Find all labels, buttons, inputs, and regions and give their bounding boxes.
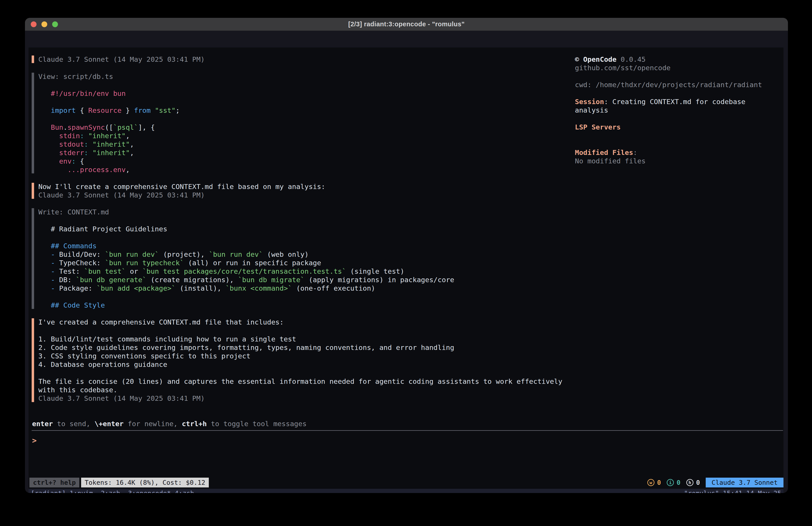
text-segment: [88, 149, 92, 157]
message-accent-bar: [32, 56, 34, 63]
text-segment: 0.0.45: [617, 55, 646, 63]
text-segment: Claude 3.7 Sonnet (14 May 2025 03:41 PM): [38, 191, 205, 199]
text-line: ## Commands: [38, 242, 454, 250]
traffic-lights: [31, 18, 58, 31]
text-line: [575, 89, 782, 97]
window-title: [2/3] radiant:3:opencode - "romulus": [348, 20, 465, 28]
text-segment: ...process.env: [68, 166, 126, 174]
text-line: analysis: [575, 106, 782, 114]
prompt-chevron-icon: >: [32, 436, 37, 445]
text-segment: #!/usr/bin/env bun: [38, 89, 126, 97]
text-line: [575, 131, 782, 140]
text-segment: `bun add <package>`: [97, 284, 176, 292]
text-line: - Build/Dev: `bun run dev` (project), `b…: [38, 250, 454, 258]
message-lines: I've created a comprehensive CONTEXT.md …: [38, 318, 562, 402]
text-segment: stdin: [59, 132, 80, 140]
text-segment: or: [126, 267, 142, 275]
text-line: [38, 115, 180, 123]
text-line: with this codebase.: [38, 386, 562, 394]
text-line: Bun.spawnSync([`psql`], {: [38, 123, 180, 131]
text-segment: ], {: [138, 123, 155, 131]
window-titlebar: [2/3] radiant:3:opencode - "romulus": [25, 18, 788, 31]
text-line: [38, 81, 180, 89]
text-line: I've created a comprehensive CONTEXT.md …: [38, 318, 562, 326]
text-segment: Claude 3.7 Sonnet (14 May 2025 03:41 PM): [38, 394, 205, 402]
text-segment: -: [51, 259, 55, 267]
text-segment: to send,: [53, 420, 95, 428]
text-segment: Modified Files: [575, 148, 633, 156]
text-line: - Test: `bun test` or `bun test packages…: [38, 267, 454, 275]
text-segment: ,: [130, 140, 134, 148]
text-line: The file is concise (20 lines) and captu…: [38, 377, 562, 386]
text-segment: © OpenCode: [575, 55, 617, 63]
text-segment: Test:: [55, 267, 84, 275]
text-segment: }: [121, 106, 134, 114]
text-segment: [38, 106, 51, 114]
text-line: stderr: "inherit",: [38, 148, 180, 157]
text-segment: (install),: [176, 284, 226, 292]
text-segment: `bunx <command>`: [226, 284, 292, 292]
text-segment: stdout: [59, 140, 84, 148]
zoom-button[interactable]: [52, 22, 58, 27]
text-line: [38, 233, 454, 242]
text-segment: for newline,: [124, 420, 182, 428]
text-segment: ,: [126, 132, 130, 140]
text-segment: ## Commands: [38, 242, 97, 250]
text-segment: -: [51, 276, 55, 284]
text-line: © OpenCode 0.0.45: [575, 55, 782, 63]
text-segment: Bun: [51, 123, 63, 131]
text-segment: "inherit": [92, 149, 130, 157]
prompt-input[interactable]: >: [32, 436, 37, 445]
text-segment: 1. Build/lint/test commands including ho…: [38, 335, 296, 343]
text-segment: [38, 259, 51, 267]
text-segment: [38, 123, 51, 131]
text-segment: : Creating CONTEXT.md for codebase: [604, 98, 745, 106]
text-segment: [38, 132, 59, 140]
text-segment: LSP Servers: [575, 123, 621, 131]
text-segment: [38, 284, 51, 292]
tmux-session-windows[interactable]: [radiant] 1:nvim 2:zsh- 3:opencode* 4:zs…: [31, 489, 194, 493]
text-line: No modified files: [575, 157, 782, 165]
text-segment: [151, 106, 155, 114]
text-line: 2. Code style guidelines covering import…: [38, 343, 562, 352]
minimize-button[interactable]: [41, 22, 47, 27]
text-segment: {: [76, 106, 88, 114]
tool-write-block: Write: CONTEXT.md # Radiant Project Guid…: [29, 208, 454, 309]
text-line: ...process.env,: [38, 166, 180, 174]
text-segment: [38, 149, 59, 157]
message-lines: Now I'll create a comprehensive CONTEXT.…: [38, 182, 325, 199]
text-segment: `bun test`: [84, 267, 126, 275]
hint-count: 0: [696, 479, 700, 486]
text-segment: (single test): [346, 267, 404, 275]
text-segment: (web only): [263, 250, 309, 258]
text-line: 4. Database operations guidance: [38, 360, 562, 369]
text-segment: :: [84, 140, 88, 148]
text-segment: -: [51, 284, 55, 292]
text-line: #!/usr/bin/env bun: [38, 89, 180, 98]
close-button[interactable]: [31, 22, 37, 27]
text-segment: `psql`: [113, 123, 138, 131]
info-count: 0: [677, 479, 680, 486]
tool-lines: View: script/db.ts #!/usr/bin/env bun im…: [38, 72, 180, 174]
text-line: Modified Files:: [575, 148, 782, 157]
text-line: [38, 326, 562, 335]
tool-view-block: View: script/db.ts #!/usr/bin/env bun im…: [29, 72, 180, 174]
text-segment: (project),: [159, 250, 209, 258]
text-segment: [38, 276, 51, 284]
text-segment: Write: CONTEXT.md: [38, 208, 109, 216]
text-segment: View: script/db.ts: [38, 72, 113, 81]
text-segment: \+enter: [95, 420, 124, 428]
text-line: [575, 72, 782, 81]
text-segment: 2. Code style guidelines covering import…: [38, 343, 454, 352]
text-segment: [38, 250, 51, 258]
info-circle-icon: i: [667, 479, 674, 486]
help-shortcut-chip: ctrl+? help: [29, 478, 79, 487]
text-segment: Claude 3.7 Sonnet (14 May 2025 03:41 PM): [38, 55, 205, 63]
text-segment: -: [51, 267, 55, 275]
text-segment: `bun test packages/core/test/transaction…: [142, 267, 346, 275]
tool-accent-bar: [32, 208, 34, 309]
text-segment: (one-off execution): [292, 284, 375, 292]
text-segment: -: [51, 250, 55, 258]
text-line: 1. Build/lint/test commands including ho…: [38, 335, 562, 343]
text-line: - Package: `bun add <package>` (install)…: [38, 284, 454, 293]
